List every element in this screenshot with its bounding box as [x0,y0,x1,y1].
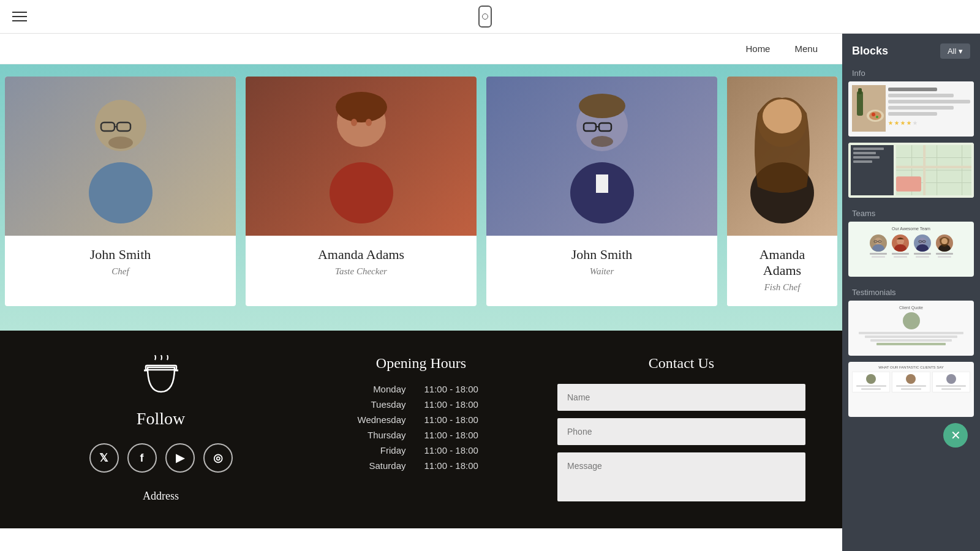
svg-rect-18 [596,174,608,193]
preview-quote-avatar [903,312,920,329]
svg-rect-41 [896,176,921,192]
svg-point-9 [351,119,357,126]
time-saturday: 11:00 - 18:00 [424,460,498,471]
hours-monday: Monday 11:00 - 18:00 [297,384,545,394]
hours-thursday: Thursday 11:00 - 18:00 [297,430,545,440]
pot-icon [143,355,179,403]
address-label: Address [143,490,179,503]
team-grid: John Smith Chef [0,77,842,306]
time-wednesday: 11:00 - 18:00 [424,414,498,425]
close-sidebar-button[interactable]: ✕ [943,423,968,448]
team-card-1[interactable]: John Smith Chef [5,77,236,306]
time-friday: 11:00 - 18:00 [424,445,498,455]
team-card-4-info: Amanda Adams Fish Chef [727,236,837,306]
day-tuesday: Tuesday [345,399,406,410]
preview-text-lines-1 [888,85,970,133]
team-card-2[interactable]: Amanda Adams Taste Checker [246,77,477,306]
opening-hours-title: Opening Hours [297,355,545,372]
team-section: John Smith Chef [0,64,842,331]
svg-point-29 [869,111,881,120]
team-role-1: Chef [17,266,224,277]
team-card-4[interactable]: Amanda Adams Fish Chef [727,77,837,306]
svg-point-50 [916,244,929,252]
day-monday: Monday [345,384,406,394]
sidebar-block-testimonials-multi[interactable]: WHAT OUR FANTASTIC CLIENTS SAY [848,362,974,417]
right-sidebar: Blocks All ▾ Info [842,34,980,551]
team-name-4: Amanda Adams [739,247,825,279]
nav-menu[interactable]: Menu [794,43,818,54]
preview-quote-lines [853,332,969,345]
sidebar-section-teams: Teams [842,204,980,222]
svg-point-30 [872,113,875,116]
preview-avatar-2 [891,234,910,258]
team-card-3[interactable]: John Smith Waiter [486,77,717,306]
preview-multi-row [852,372,970,392]
preview-multi-card-2 [892,372,930,392]
svg-point-5 [108,137,133,149]
footer-follow-col: Follow 𝕏 f ▶ ◎ Address [37,355,285,504]
top-bar [0,0,980,34]
canvas-area: Home Menu [0,34,842,551]
preview-map-block [848,143,974,198]
site-nav: Home Menu [0,34,842,64]
team-name-1: John Smith [17,247,224,263]
sidebar-title: Blocks [852,45,888,58]
twitter-button[interactable]: 𝕏 [89,443,119,473]
sidebar-section-testimonials: Testimonials [842,283,980,301]
preview-multi-card-3 [932,372,970,392]
all-filter-button[interactable]: All ▾ [940,43,970,59]
sidebar-footer: ✕ [842,423,980,460]
main-layout: Home Menu [0,34,980,551]
svg-point-16 [579,94,625,118]
phone-icon [478,6,492,28]
team-name-2: Amanda Adams [258,247,464,263]
facebook-button[interactable]: f [127,443,157,473]
hours-saturday: Saturday 11:00 - 18:00 [297,460,545,471]
svg-point-10 [366,119,372,126]
team-card-3-info: John Smith Waiter [486,236,717,290]
hamburger-menu[interactable] [12,12,27,21]
follow-text: Follow [137,409,185,429]
svg-point-17 [591,136,613,147]
sidebar-block-testimonial-single[interactable]: Client Quote [848,301,974,356]
team-card-1-info: John Smith Chef [5,236,236,290]
site-footer: Follow 𝕏 f ▶ ◎ Address Opening Hours Mon… [0,331,842,528]
sidebar-section-info: Info [842,64,980,81]
preview-map-text [851,145,894,195]
instagram-button[interactable]: ◎ [203,443,233,473]
svg-point-48 [894,244,907,252]
contact-title: Contact Us [557,355,805,372]
contact-phone-input[interactable] [557,418,805,445]
preview-food-image [852,85,886,132]
preview-map-visual [896,145,971,195]
youtube-button[interactable]: ▶ [165,443,195,473]
preview-multi-title: WHAT OUR FANTASTIC CLIENTS SAY [852,365,970,369]
preview-info-restaurant [848,81,974,137]
svg-rect-27 [858,88,862,94]
svg-rect-26 [857,91,863,116]
day-saturday: Saturday [345,460,406,471]
time-tuesday: 11:00 - 18:00 [424,399,498,410]
day-thursday: Thursday [345,430,406,440]
sidebar-block-info-restaurant[interactable] [848,81,974,137]
team-role-2: Taste Checker [258,266,464,277]
preview-stars-1 [888,121,970,126]
social-icons: 𝕏 f ▶ ◎ [89,443,233,473]
contact-message-input[interactable] [557,452,805,501]
preview-team-row [853,234,969,258]
time-monday: 11:00 - 18:00 [424,384,498,394]
sidebar-block-info-map[interactable] [848,143,974,198]
nav-home[interactable]: Home [745,43,770,54]
svg-point-7 [330,162,393,223]
team-role-4: Fish Chef [739,282,825,293]
day-friday: Friday [345,445,406,455]
sidebar-block-teams[interactable]: Our Awesome Team [848,222,974,277]
preview-teams-title: Our Awesome Team [853,227,969,231]
contact-name-input[interactable] [557,384,805,411]
preview-teams-block: Our Awesome Team [848,222,974,277]
team-name-3: John Smith [499,247,705,263]
hours-wednesday: Wednesday 11:00 - 18:00 [297,414,545,425]
time-thursday: 11:00 - 18:00 [424,430,498,440]
svg-point-31 [876,116,878,118]
svg-point-8 [336,92,387,122]
